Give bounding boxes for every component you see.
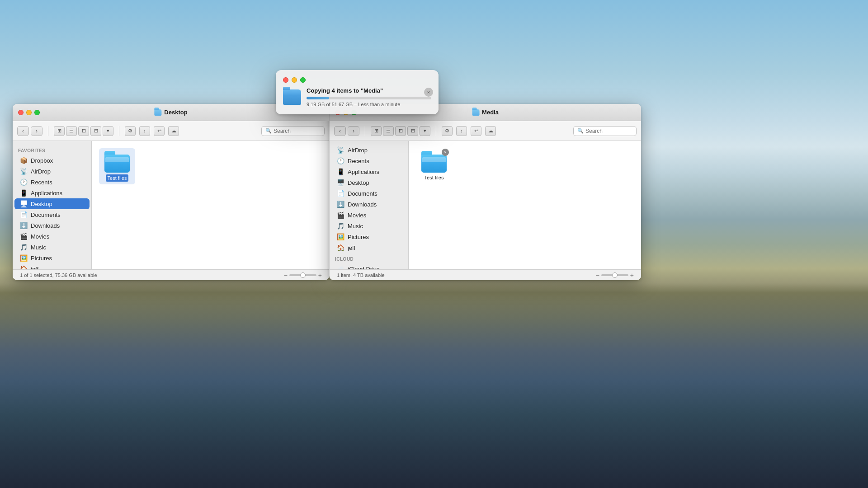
sidebar-item-media-recents[interactable]: 🕐 Recents <box>331 155 406 166</box>
sidebar-item-jeff[interactable]: 🏠 jeff <box>14 263 90 269</box>
toolbar-media: ‹ › ⊞ ☰ ⊡ ⊟ ▾ ⚙ ↑ ↩ ☁ 🔍 <box>330 121 641 141</box>
sidebar-item-downloads[interactable]: ⬇️ Downloads <box>14 220 90 231</box>
sidebar-item-movies[interactable]: 🎬 Movies <box>14 231 90 242</box>
file-item-test-files-copy[interactable]: × Test files <box>416 148 452 183</box>
sidebar-item-media-jeff[interactable]: 🏠 jeff <box>331 242 406 253</box>
folder-x-button[interactable]: × <box>442 149 449 156</box>
search-input-media[interactable] <box>585 128 632 134</box>
back-btn-desktop[interactable]: ‹ <box>17 126 29 136</box>
sidebar-item-media-icloud[interactable]: ☁️ iCloud Drive <box>331 263 406 269</box>
zoom-in-media[interactable]: + <box>630 272 634 279</box>
dialog-traffic-lights <box>283 77 431 83</box>
close-btn-desktop[interactable] <box>18 110 24 115</box>
dialog-maximize-btn[interactable] <box>300 77 306 83</box>
dialog-minimize-btn[interactable] <box>292 77 297 83</box>
sidebar-item-media-downloads[interactable]: ⬇️ Downloads <box>331 199 406 210</box>
sidebar-item-label-jeff: jeff <box>31 266 38 270</box>
music-icon-media: 🎵 <box>337 222 344 230</box>
progress-bar-background <box>307 97 431 99</box>
slider-track-media[interactable] <box>601 274 628 276</box>
sidebar-item-media-desktop[interactable]: 🖥️ Desktop <box>331 177 406 188</box>
sidebar-item-pictures[interactable]: 🖼️ Pictures <box>14 253 90 263</box>
slider-thumb-desktop <box>300 272 306 278</box>
view-gallery-btn[interactable]: ⊟ <box>90 126 101 136</box>
sidebar-label-documents-media: Documents <box>348 190 377 197</box>
zoom-out-media[interactable]: − <box>596 272 599 279</box>
cloud-btn-media[interactable]: ☁ <box>485 126 496 136</box>
jeff-icon-media: 🏠 <box>337 244 344 251</box>
window-title-media: Media <box>472 109 499 116</box>
sidebar-item-label-applications: Applications <box>31 190 62 197</box>
back-btn-media[interactable]: ‹ <box>334 126 346 136</box>
view-list-btn-media[interactable]: ☰ <box>383 126 394 136</box>
view-list-btn[interactable]: ☰ <box>66 126 77 136</box>
cloud-btn-desktop[interactable]: ☁ <box>168 126 179 136</box>
sidebar-item-recents[interactable]: 🕐 Recents <box>14 177 90 188</box>
view-more-btn[interactable]: ▾ <box>103 126 113 136</box>
view-column-btn-media[interactable]: ⊡ <box>395 126 406 136</box>
sidebar-item-dropbox[interactable]: 📦 Dropbox <box>14 155 90 166</box>
sidebar-label-applications-media: Applications <box>348 169 379 175</box>
desktop-icon: 🖥️ <box>20 200 27 207</box>
file-item-test-files[interactable]: Test files <box>99 148 135 184</box>
window-title-desktop: Desktop <box>154 109 187 116</box>
slider-track-desktop[interactable] <box>289 274 316 276</box>
zoom-slider-media: − + <box>596 272 634 279</box>
sidebar-item-media-documents[interactable]: 📄 Documents <box>331 188 406 199</box>
main-content-desktop: Test files <box>92 141 329 269</box>
sidebar-item-media-airdrop[interactable]: 📡 AirDrop <box>331 145 406 155</box>
airdrop-icon: 📡 <box>20 168 27 175</box>
sidebar-media: 📡 AirDrop 🕐 Recents 📱 Applications 🖥️ De… <box>330 141 409 269</box>
progress-bar-fill <box>307 97 329 99</box>
minimize-btn-desktop[interactable] <box>26 110 32 115</box>
settings-btn-media[interactable]: ⚙ <box>442 126 453 136</box>
sidebar-item-applications[interactable]: 📱 Applications <box>14 188 90 198</box>
search-box-media[interactable]: 🔍 <box>573 126 637 136</box>
forward-btn-media[interactable]: › <box>348 126 359 136</box>
sidebar-item-media-pictures[interactable]: 🖼️ Pictures <box>331 231 406 242</box>
copy-dialog-close-button[interactable]: × <box>424 88 433 97</box>
sidebar-item-media-applications[interactable]: 📱 Applications <box>331 166 406 177</box>
dialog-close-btn[interactable] <box>283 77 288 83</box>
search-box-desktop[interactable]: 🔍 <box>261 126 325 136</box>
sidebar-label-airdrop-media: AirDrop <box>348 147 368 154</box>
sidebar-desktop: Favorites 📦 Dropbox 📡 AirDrop 🕐 Recents … <box>13 141 92 269</box>
search-input-desktop[interactable] <box>274 128 321 134</box>
tag-btn-desktop[interactable]: ↩ <box>154 126 165 136</box>
settings-btn-desktop[interactable]: ⚙ <box>125 126 136 136</box>
status-bar-desktop: 1 of 1 selected, 75.36 GB available − + <box>13 269 329 280</box>
toolbar-sep-media-1 <box>365 126 365 136</box>
copy-folder-icon <box>283 89 301 105</box>
sidebar-item-airdrop[interactable]: 📡 AirDrop <box>14 166 90 177</box>
sidebar-item-label-documents: Documents <box>31 211 61 218</box>
downloads-icon: ⬇️ <box>20 222 27 229</box>
sidebar-item-media-music[interactable]: 🎵 Music <box>331 221 406 231</box>
recents-icon: 🕐 <box>20 178 27 186</box>
sidebar-item-music[interactable]: 🎵 Music <box>14 242 90 253</box>
toolbar-sep-2 <box>119 126 119 136</box>
sidebar-label-downloads-media: Downloads <box>348 201 377 208</box>
share-btn-media[interactable]: ↑ <box>456 126 467 136</box>
maximize-btn-desktop[interactable] <box>34 110 40 115</box>
view-icon-btn[interactable]: ⊞ <box>54 126 65 136</box>
view-column-btn[interactable]: ⊡ <box>78 126 89 136</box>
sidebar-item-desktop[interactable]: 🖥️ Desktop <box>14 198 90 209</box>
file-item-name-test-files: Test files <box>106 174 129 182</box>
zoom-out-desktop[interactable]: − <box>284 272 288 279</box>
applications-icon: 📱 <box>20 189 27 197</box>
search-icon-media: 🔍 <box>577 128 584 134</box>
sidebar-label-jeff-media: jeff <box>348 244 355 251</box>
slider-thumb-media <box>612 272 618 278</box>
forward-btn-desktop[interactable]: › <box>31 126 42 136</box>
view-gallery-btn-media[interactable]: ⊟ <box>407 126 418 136</box>
share-btn-desktop[interactable]: ↑ <box>139 126 150 136</box>
music-icon: 🎵 <box>20 244 27 251</box>
sidebar-item-label-movies: Movies <box>31 233 49 240</box>
view-more-btn-media[interactable]: ▾ <box>420 126 430 136</box>
view-icon-btn-media[interactable]: ⊞ <box>371 126 382 136</box>
sidebar-item-documents[interactable]: 📄 Documents <box>14 209 90 220</box>
tag-btn-media[interactable]: ↩ <box>471 126 481 136</box>
zoom-in-desktop[interactable]: + <box>318 272 322 279</box>
folder-shine-copy <box>422 157 446 162</box>
sidebar-item-media-movies[interactable]: 🎬 Movies <box>331 210 406 221</box>
